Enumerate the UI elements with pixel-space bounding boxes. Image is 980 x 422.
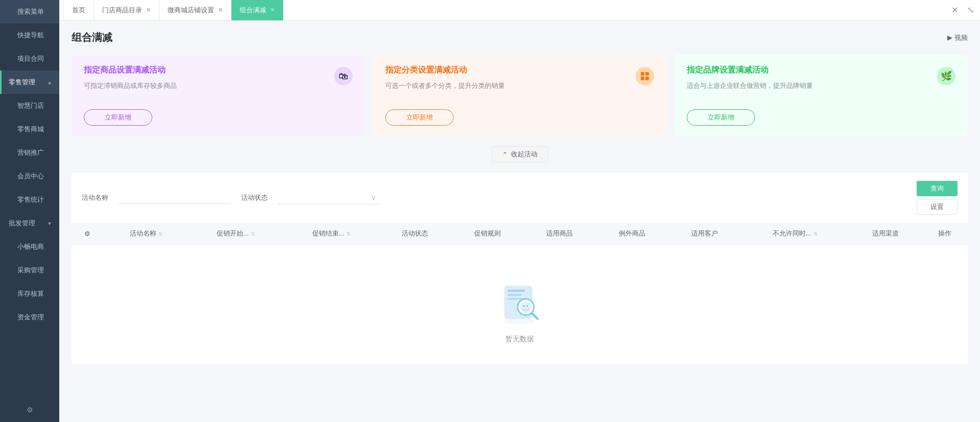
th-no-concurrent[interactable]: 不允许同时... ⇅ (741, 223, 849, 245)
sidebar-item-purchase-mgmt[interactable]: 采购管理 (0, 259, 59, 282)
tab-wechat-shop-close[interactable]: ✕ (218, 7, 223, 13)
video-link[interactable]: ▶ 视频 (947, 33, 968, 42)
th-applicable-channel-label: 适用渠道 (872, 229, 899, 237)
column-settings-icon: ⚙ (84, 230, 90, 238)
tab-combo-discount[interactable]: 组合满减 ✕ (231, 0, 284, 20)
th-activity-status-label: 活动状态 (402, 229, 428, 237)
tab-home-label: 首页 (72, 6, 85, 15)
sidebar-item-quick-nav[interactable]: 快捷导航 (0, 24, 59, 47)
chevron-down-icon: ▼ (47, 221, 52, 226)
activity-name-filter-label: 活动名称 (82, 193, 108, 202)
sidebar-item-retail-stats[interactable]: 零售统计 (0, 188, 59, 212)
svg-rect-11 (507, 290, 525, 292)
th-except-goods: 例外商品 (596, 223, 668, 245)
th-applicable-goods-label: 适用商品 (546, 229, 573, 237)
filter-actions: 查询 设置 (917, 181, 958, 215)
sidebar-item-label: 零售商城 (17, 125, 44, 134)
sort-icon: ⇅ (158, 231, 162, 237)
category-card-desc: 可选一个或者多个分类，提升分类的销量 (385, 81, 654, 99)
sidebar-item-inventory-calc[interactable]: 库存核算 (0, 282, 59, 306)
th-promo-rule: 促销规则 (451, 223, 524, 245)
th-promo-start-label: 促销开始... (217, 229, 249, 238)
svg-rect-3 (641, 72, 644, 76)
sidebar-item-xiao-ecommerce[interactable]: 小畅电商 (0, 235, 59, 259)
sidebar-item-marketing[interactable]: 营销推广 (0, 141, 59, 165)
sidebar-item-wholesale-mgmt[interactable]: 批发管理 ▼ (0, 212, 59, 235)
th-no-concurrent-label: 不允许同时... (773, 229, 811, 238)
sidebar-item-fund-mgmt[interactable]: 资金管理 (0, 306, 59, 329)
sidebar-item-label: 智慧门店 (17, 101, 44, 110)
filter-row: 活动名称 活动状态 ∨ 查询 设置 (72, 173, 968, 223)
svg-point-15 (520, 301, 531, 313)
window-maximize-button[interactable]: ⤡ (965, 3, 976, 17)
data-table: ⚙ 活动名称 ⇅ 促销开始... (72, 223, 968, 245)
activity-cards: 指定商品设置满减活动 🛍 可指定滞销商品或库存较多商品 立即新增 指定分类设置满… (72, 55, 968, 136)
sidebar-item-label: 资金管理 (17, 313, 44, 322)
settings-gear-button[interactable]: ⚙ (0, 397, 59, 422)
tab-wechat-shop[interactable]: 微商城店铺设置 ✕ (159, 0, 231, 20)
sidebar-item-retail-mall[interactable]: 零售商城 (0, 118, 59, 141)
sidebar-item-label: 零售管理 (9, 78, 35, 87)
chevron-up-icon: ⌃ (502, 151, 508, 158)
page-content: 组合满减 ▶ 视频 指定商品设置满减活动 🛍 可指定滞销商品或库存较多商品 立即… (59, 20, 980, 422)
goods-activity-card: 指定商品设置满减活动 🛍 可指定滞销商品或库存较多商品 立即新增 (72, 55, 365, 136)
data-table-wrap: ⚙ 活动名称 ⇅ 促销开始... (72, 223, 968, 364)
tab-home[interactable]: 首页 (63, 0, 94, 20)
collapse-btn-label: 收起活动 (511, 150, 538, 159)
tab-bar: 首页 门店商品目录 ✕ 微商城店铺设置 ✕ 组合满减 ✕ ✕ ⤡ (59, 0, 980, 20)
play-circle-icon: ▶ (947, 34, 952, 41)
sidebar-item-member-center[interactable]: 会员中心 (0, 165, 59, 188)
th-promo-end[interactable]: 促销结束... ⇅ (284, 223, 379, 245)
th-activity-name[interactable]: 活动名称 ⇅ (104, 223, 188, 245)
sidebar-item-smart-store[interactable]: 智慧门店 (0, 94, 59, 118)
collapse-activities-button[interactable]: ⌃ 收起活动 (492, 146, 548, 162)
query-button[interactable]: 查询 (917, 181, 958, 196)
empty-icon (494, 275, 545, 326)
svg-line-16 (532, 313, 538, 319)
tab-store-catalog[interactable]: 门店商品目录 ✕ (94, 0, 159, 20)
svg-rect-4 (645, 72, 649, 76)
table-header: ⚙ 活动名称 ⇅ 促销开始... (72, 223, 968, 245)
sidebar: 搜索菜单 快捷导航 项目合同 零售管理 ▲ 智慧门店 零售商城 营销推广 会员中… (0, 0, 59, 422)
sidebar-item-label: 会员中心 (17, 172, 44, 181)
sidebar-item-label: 营销推广 (17, 148, 44, 157)
main-area: 首页 门店商品目录 ✕ 微商城店铺设置 ✕ 组合满减 ✕ ✕ ⤡ 组合满减 ▶ … (59, 0, 980, 422)
th-settings[interactable]: ⚙ (72, 223, 104, 245)
brand-card-icon: 🌿 (937, 67, 955, 89)
activity-status-select[interactable]: ∨ (278, 192, 380, 204)
svg-text:🌿: 🌿 (941, 71, 952, 82)
sidebar-item-label: 库存核算 (17, 289, 44, 298)
tab-store-catalog-close[interactable]: ✕ (146, 7, 151, 13)
activity-name-input[interactable] (119, 192, 231, 204)
brand-card-add-button[interactable]: 立即新增 (687, 109, 755, 126)
sidebar-item-retail-mgmt[interactable]: 零售管理 ▲ (0, 71, 59, 94)
brand-card-desc: 适合与上游企业联合做营销，提升品牌销量 (687, 81, 955, 99)
sidebar-item-label: 小畅电商 (17, 242, 44, 251)
tab-combo-discount-close[interactable]: ✕ (270, 7, 275, 13)
svg-rect-12 (507, 294, 522, 296)
svg-point-17 (523, 305, 525, 307)
page-title: 组合满减 (72, 31, 112, 44)
th-promo-start[interactable]: 促销开始... ⇅ (188, 223, 284, 245)
brand-card-title: 指定品牌设置满减活动 (687, 65, 955, 76)
sidebar-item-search-menu[interactable]: 搜索菜单 (0, 0, 59, 24)
sidebar-item-label: 快捷导航 (17, 31, 44, 40)
setting-button[interactable]: 设置 (917, 199, 958, 215)
category-card-title: 指定分类设置满减活动 (385, 65, 654, 76)
video-link-label: 视频 (954, 33, 968, 42)
th-applicable-customer: 适用客户 (668, 223, 741, 245)
goods-card-title: 指定商品设置满减活动 (84, 65, 353, 76)
tab-combo-discount-label: 组合满减 (240, 6, 266, 15)
window-close-button[interactable]: ✕ (949, 3, 960, 17)
sidebar-item-project-contract[interactable]: 项目合同 (0, 47, 59, 71)
svg-point-2 (636, 67, 654, 85)
sidebar-item-label: 采购管理 (17, 266, 44, 275)
tab-wechat-shop-label: 微商城店铺设置 (168, 6, 214, 15)
th-activity-status: 活动状态 (379, 223, 451, 245)
goods-card-icon: 🛍 (334, 67, 353, 89)
empty-state: 暂无数据 (72, 245, 968, 364)
category-card-add-button[interactable]: 立即新增 (385, 109, 454, 126)
chevron-up-icon: ▲ (47, 80, 52, 85)
goods-card-add-button[interactable]: 立即新增 (84, 109, 152, 126)
sidebar-item-label: 搜索菜单 (17, 7, 44, 16)
